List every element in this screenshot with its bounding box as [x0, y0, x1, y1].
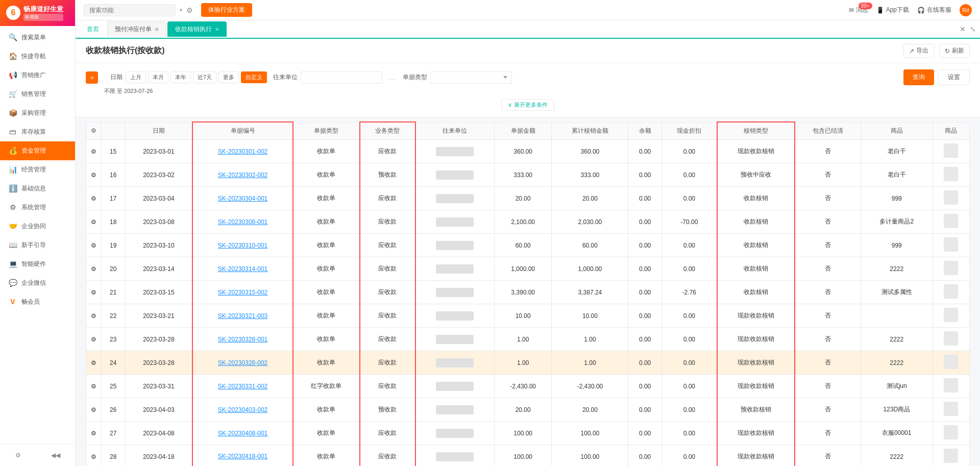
- voucher-type-select[interactable]: [430, 71, 512, 84]
- row-gear-icon[interactable]: ⚙: [91, 406, 96, 413]
- query-button[interactable]: 查询: [903, 69, 934, 85]
- doc-no-link[interactable]: SK-20230302-002: [218, 171, 267, 179]
- message-button[interactable]: ✉ 消息 99+: [849, 6, 868, 14]
- td-gear[interactable]: ⚙: [86, 257, 102, 281]
- td-gear[interactable]: ⚙: [86, 422, 102, 445]
- sidebar-item-sales[interactable]: 🛒 销售管理: [0, 85, 75, 104]
- row-gear-icon[interactable]: ⚙: [91, 430, 96, 437]
- td-gear[interactable]: ⚙: [86, 234, 102, 257]
- doc-no-link[interactable]: SK-20230308-001: [218, 218, 267, 226]
- td-gear[interactable]: ⚙: [86, 351, 102, 375]
- table-scroll-area[interactable]: ⚙ 日期 单据编号 单据类型 业务类型 往来单位 单据金额 累计核销金额 余额 …: [86, 121, 970, 466]
- sidebar-item-quick[interactable]: 🏠 快捷导航: [0, 47, 75, 66]
- td-gear[interactable]: ⚙: [86, 281, 102, 304]
- tab-expand-icon[interactable]: ⤡: [970, 25, 976, 33]
- td-gear[interactable]: ⚙: [86, 304, 102, 328]
- last-7-days-btn[interactable]: 近7天: [193, 71, 216, 83]
- doc-no-link[interactable]: SK-20230315-002: [218, 289, 267, 296]
- settings-button[interactable]: 设置: [938, 69, 970, 85]
- sidebar-item-operation[interactable]: 📊 经营管理: [0, 160, 75, 179]
- td-include-settled: 否: [795, 210, 861, 234]
- doc-no-link[interactable]: SK-20230310-001: [218, 242, 267, 249]
- app-download-button[interactable]: 📱 App下载: [876, 6, 909, 14]
- row-gear-icon[interactable]: ⚙: [91, 265, 96, 273]
- sidebar-item-guide[interactable]: 📖 新手引导: [0, 236, 75, 255]
- row-gear-icon[interactable]: ⚙: [91, 148, 96, 155]
- tab-home[interactable]: 首页: [80, 22, 106, 37]
- doc-no-link[interactable]: SK-20230301-002: [218, 148, 267, 155]
- td-writeoff-type: 收款核销: [717, 234, 795, 257]
- phone-icon: 📱: [876, 7, 884, 14]
- refresh-button[interactable]: ↻ 刷新: [939, 44, 970, 58]
- doc-no-link[interactable]: SK-20230304-001: [218, 195, 267, 202]
- row-gear-icon[interactable]: ⚙: [91, 195, 96, 202]
- td-gear[interactable]: ⚙: [86, 375, 102, 398]
- sidebar-item-search[interactable]: 🔍 搜索菜单: [0, 28, 75, 47]
- row-gear-icon[interactable]: ⚙: [91, 336, 96, 343]
- sidebar-item-marketing[interactable]: 📢 营销推广: [0, 66, 75, 85]
- sidebar-item-system[interactable]: ⚙ 系统管理: [0, 198, 75, 217]
- row-gear-icon[interactable]: ⚙: [91, 359, 96, 366]
- header-gear-icon[interactable]: ⚙: [186, 6, 193, 14]
- sidebar-collapse-btn[interactable]: ◀◀: [46, 449, 65, 462]
- doc-no-link[interactable]: SK-20230321-003: [218, 312, 267, 320]
- row-gear-icon[interactable]: ⚙: [91, 383, 96, 390]
- td-gear[interactable]: ⚙: [86, 445, 102, 467]
- sidebar-item-inventory[interactable]: 🗃 库存核算: [0, 122, 75, 141]
- online-service-button[interactable]: 🎧 在线客服: [917, 6, 951, 14]
- this-month-btn[interactable]: 本月: [148, 71, 168, 83]
- doc-no-link[interactable]: SK-20230418-001: [218, 453, 267, 460]
- td-gear[interactable]: ⚙: [86, 140, 102, 163]
- td-customer: ████: [415, 445, 494, 467]
- td-doc-no: SK-20230314-001: [192, 257, 293, 281]
- sidebar-item-member[interactable]: V 畅会员: [0, 292, 75, 311]
- tab-close-all-icon[interactable]: ✕: [960, 25, 966, 33]
- td-gear[interactable]: ⚙: [86, 187, 102, 210]
- td-gear[interactable]: ⚙: [86, 210, 102, 234]
- row-gear-icon[interactable]: ⚙: [91, 242, 96, 249]
- td-gear[interactable]: ⚙: [86, 163, 102, 187]
- this-year-btn[interactable]: 本年: [170, 71, 191, 83]
- doc-no-link[interactable]: SK-20230403-002: [218, 406, 267, 413]
- row-gear-icon[interactable]: ⚙: [91, 312, 96, 320]
- header-search-input[interactable]: [84, 4, 176, 16]
- doc-no-link[interactable]: SK-20230328-001: [218, 336, 267, 343]
- filter-expand-btn[interactable]: »: [86, 71, 98, 84]
- doc-no-link[interactable]: SK-20230331-002: [218, 383, 267, 390]
- tab-receipt[interactable]: 收款核销执行 ✕: [167, 21, 227, 37]
- sidebar-settings-btn[interactable]: ⚙: [10, 449, 26, 462]
- custom-date-btn[interactable]: 自定义: [241, 71, 267, 83]
- sidebar-item-basic[interactable]: ℹ️ 基础信息: [0, 179, 75, 198]
- td-gear[interactable]: ⚙: [86, 398, 102, 422]
- sidebar-item-finance[interactable]: 💰 资金管理: [0, 141, 75, 160]
- doc-no-link[interactable]: SK-20230314-001: [218, 265, 267, 273]
- sidebar-item-hardware[interactable]: 💻 智能硬件: [0, 255, 75, 274]
- tab-receipt-close-icon[interactable]: ✕: [215, 27, 219, 32]
- gear-icon[interactable]: ⚙: [91, 127, 96, 134]
- td-biz-type: 应收款: [360, 187, 415, 210]
- expand-more-button[interactable]: ∨ 展开更多条件: [501, 99, 554, 111]
- tab-payable-close-icon[interactable]: ✕: [155, 27, 159, 32]
- th-gear[interactable]: ⚙: [86, 122, 102, 140]
- export-button[interactable]: ↗ 导出: [903, 44, 934, 58]
- row-gear-icon[interactable]: ⚙: [91, 289, 96, 296]
- tab-payable[interactable]: 预付冲应付单 ✕: [107, 21, 166, 37]
- sidebar-item-enterprise[interactable]: 🤝 企业协同: [0, 217, 75, 236]
- last-month-btn[interactable]: 上月: [126, 71, 146, 83]
- td-amount: 2,100.00: [494, 210, 551, 234]
- row-gear-icon[interactable]: ⚙: [91, 218, 96, 226]
- sidebar-item-purchase[interactable]: 📦 采购管理: [0, 104, 75, 122]
- sidebar-item-wechat[interactable]: 💬 企业微信: [0, 274, 75, 292]
- dropdown-arrow-icon[interactable]: ▾: [180, 7, 182, 13]
- doc-no-link[interactable]: SK-20230328-002: [218, 359, 267, 366]
- more-date-btn[interactable]: 更多: [218, 71, 239, 83]
- solution-button[interactable]: 体验行业方案: [201, 3, 252, 17]
- row-gear-icon[interactable]: ⚙: [91, 171, 96, 179]
- user-avatar[interactable]: Rit: [960, 4, 972, 16]
- row-gear-icon[interactable]: ⚙: [91, 453, 96, 460]
- filter-voucher-type-item: 单据类型: [403, 71, 512, 84]
- customer-input[interactable]: [301, 71, 382, 84]
- doc-no-link[interactable]: SK-20230408-001: [218, 430, 267, 437]
- td-gear[interactable]: ⚙: [86, 328, 102, 351]
- th-include-settled: 包含已结清: [795, 122, 861, 140]
